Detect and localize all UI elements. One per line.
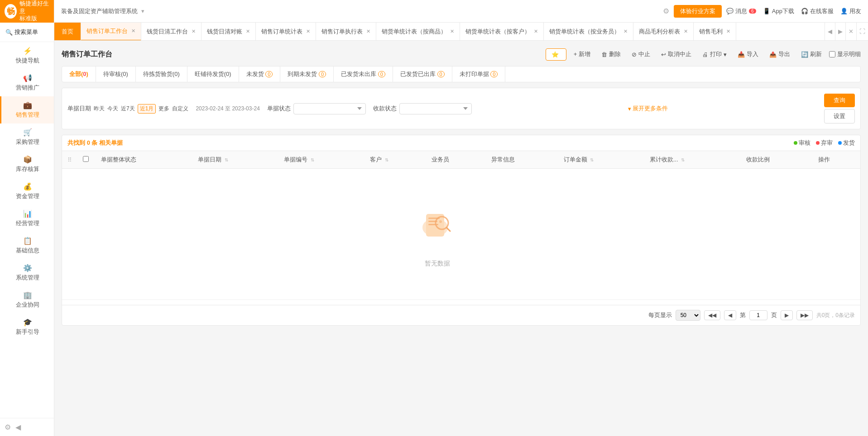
tab-close-sales-workbench[interactable]: ✕ <box>131 28 135 34</box>
th-amount[interactable]: 订单金额 ⇅ <box>558 151 644 169</box>
tab-sales-workbench[interactable]: 销售订单工作台 ✕ <box>81 23 141 41</box>
sidebar-nav-item-system[interactable]: ⚙️ 系统管理 <box>0 259 54 286</box>
cancel-review-action-button[interactable]: 弃审 <box>816 139 833 147</box>
prev-page-button[interactable]: ◀ <box>724 310 736 320</box>
solution-button[interactable]: 体验行业方案 <box>674 5 722 18</box>
per-page-select[interactable]: 50 20 100 <box>676 310 700 321</box>
tab-cash-reconcile[interactable]: 钱货日清对账 ✕ <box>201 23 256 41</box>
select-all-checkbox[interactable] <box>83 156 89 162</box>
filter-tab-not-shipped[interactable]: 未发货 0 <box>239 66 281 82</box>
sidebar-nav-item-sales[interactable]: 💼 销售管理 <box>0 96 54 123</box>
shortcut-custom[interactable]: 自定义 <box>172 105 188 113</box>
table-header-row: ⠿ 单据整体状态 单据日期 ⇅ 单据编号 <box>62 151 860 169</box>
export-button[interactable]: 📤 导出 <box>766 48 794 61</box>
review-dot <box>794 141 797 145</box>
tab-close-sales-profit[interactable]: ✕ <box>726 28 730 34</box>
setting-button[interactable]: 设置 <box>824 109 855 123</box>
refresh-button[interactable]: 🔄 刷新 <box>797 48 825 61</box>
sidebar-collapse-button[interactable]: ◀ <box>15 423 21 431</box>
search-menu-button[interactable]: 🔍 搜索菜单 <box>4 26 50 38</box>
table-actions: 审核 弃审 发货 <box>794 139 855 147</box>
filter-tab-wangpu-pending[interactable]: 旺铺待发货(0) <box>187 66 239 82</box>
print-button[interactable]: 🖨 打印 ▾ <box>699 48 730 61</box>
page-input[interactable] <box>749 310 767 320</box>
display-dense-label[interactable]: 显示明细 <box>829 50 861 58</box>
tab-close-gross-margin[interactable]: ✕ <box>684 28 688 34</box>
tab-sales-profit[interactable]: 销售毛利 ✕ <box>694 23 736 41</box>
sidebar-nav-item-operations[interactable]: 📊 经营管理 <box>0 205 54 232</box>
online-service-button[interactable]: 🎧 在线客服 <box>801 7 834 15</box>
tab-home[interactable]: 首页 <box>54 23 81 41</box>
message-button[interactable]: 💬 消息 6 <box>726 7 756 15</box>
tabbar-close-all[interactable]: ✕ <box>845 23 856 41</box>
tab-close-sales-by-staff[interactable]: ✕ <box>623 28 628 34</box>
last-page-button[interactable]: ▶▶ <box>796 310 813 320</box>
smart-generate-button[interactable]: ⭐ <box>546 48 566 61</box>
query-button[interactable]: 查询 <box>824 94 855 107</box>
sidebar-nav-item-purchase[interactable]: 🛒 采购管理 <box>0 123 54 151</box>
user-button[interactable]: 👤 用友 <box>840 7 861 15</box>
th-number[interactable]: 单据编号 ⇅ <box>278 151 364 169</box>
add-button[interactable]: + 新增 <box>570 48 594 61</box>
shortcut-7days[interactable]: 近7天 <box>121 105 135 113</box>
th-staff[interactable]: 业务员 <box>426 151 486 169</box>
sidebar-nav-item-enterprise[interactable]: 🏢 企业协同 <box>0 286 54 313</box>
shortcut-yesterday[interactable]: 昨天 <box>94 105 105 113</box>
th-customer[interactable]: 客户 ⇅ <box>364 151 426 169</box>
tab-sales-exec[interactable]: 销售订单执行表 ✕ <box>316 23 376 41</box>
th-collected[interactable]: 累计收款... ⇅ <box>644 151 741 169</box>
th-date[interactable]: 单据日期 ⇅ <box>192 151 278 169</box>
cancel-stop-button[interactable]: ↩ 取消中止 <box>657 48 695 61</box>
import-button[interactable]: 📥 导入 <box>734 48 762 61</box>
filter-tab-shipped-not-in[interactable]: 已发货未出库 0 <box>334 66 393 82</box>
tab-close-sales-stats[interactable]: ✕ <box>306 28 310 34</box>
tab-sales-stats[interactable]: 销售订单统计表 ✕ <box>256 23 316 41</box>
tab-gross-margin[interactable]: 商品毛利分析表 ✕ <box>633 23 694 41</box>
shortcut-more[interactable]: 更多 <box>158 105 169 113</box>
th-checkbox[interactable] <box>77 151 96 169</box>
filter-tab-shipped-in[interactable]: 已发货已出库 0 <box>393 66 452 82</box>
date-shortcuts: 昨天 今天 近7天 近1月 更多 自定义 <box>94 104 188 114</box>
app-download-button[interactable]: 📱 App下载 <box>763 7 794 15</box>
tabbar-left-arrow[interactable]: ◀ <box>825 23 835 41</box>
sidebar-nav-item-quicknav[interactable]: ⚡ 快捷导航 <box>0 42 54 69</box>
tabbar-right-arrow[interactable]: ▶ <box>835 23 845 41</box>
tab-close-sales-by-product[interactable]: ✕ <box>450 28 454 34</box>
enterprise-icon: 🏢 <box>23 291 32 299</box>
sidebar-nav-item-inventory[interactable]: 📦 库存核算 <box>0 151 54 178</box>
tab-sales-by-staff[interactable]: 销货单统计表（按业务员） ✕ <box>544 23 633 41</box>
delete-button[interactable]: 🗑 删除 <box>598 48 624 61</box>
first-page-button[interactable]: ◀◀ <box>704 310 720 320</box>
tabbar-fullscreen[interactable]: ⛶ <box>856 23 868 41</box>
tab-cash-daily[interactable]: 钱货日清工作台 ✕ <box>141 23 201 41</box>
filter-tab-pending-inspect[interactable]: 待拣货验货(0) <box>136 66 187 82</box>
stop-button[interactable]: ⊘ 中止 <box>628 48 654 61</box>
review-action-button[interactable]: 审核 <box>794 139 810 147</box>
filter-tab-pending-review[interactable]: 待审核(0) <box>96 66 136 82</box>
display-dense-checkbox[interactable] <box>829 51 835 57</box>
shortcut-today[interactable]: 今天 <box>107 105 118 113</box>
next-page-button[interactable]: ▶ <box>781 310 793 320</box>
payment-select[interactable] <box>399 103 472 114</box>
sidebar-settings-button[interactable]: ⚙ <box>5 423 11 431</box>
tab-sales-by-customer[interactable]: 销货单统计表（按客户） ✕ <box>460 23 544 41</box>
tab-sales-by-product[interactable]: 销货单统计表（按商品） ✕ <box>376 23 460 41</box>
shortcut-1month[interactable]: 近1月 <box>138 104 156 114</box>
sidebar-nav-item-finance[interactable]: 💰 资金管理 <box>0 178 54 205</box>
filter-tab-overdue-not-shipped[interactable]: 到期未发货 0 <box>280 66 334 82</box>
sidebar-nav-item-newbie[interactable]: 🎓 新手引导 <box>0 313 54 341</box>
sidebar-nav-item-marketing[interactable]: 📢 营销推广 <box>0 69 54 96</box>
filter-tab-all[interactable]: 全部(0) <box>62 66 96 82</box>
tab-close-cash-daily[interactable]: ✕ <box>192 28 196 34</box>
expand-conditions-button[interactable]: ▾ 展开更多条件 <box>628 104 668 113</box>
tab-close-cash-reconcile[interactable]: ✕ <box>246 28 250 34</box>
ship-dot <box>838 141 842 145</box>
filter-tab-not-printed[interactable]: 未打印单据 0 <box>452 66 506 82</box>
ship-action-button[interactable]: 发货 <box>838 139 855 147</box>
topbar-settings-icon[interactable]: ⚙ <box>663 7 669 15</box>
tab-close-sales-by-customer[interactable]: ✕ <box>534 28 538 34</box>
horizontal-scrollbar[interactable] <box>62 299 860 305</box>
sidebar-nav-item-basic[interactable]: 📋 基础信息 <box>0 232 54 259</box>
tab-close-sales-exec[interactable]: ✕ <box>366 28 370 34</box>
status-select[interactable] <box>293 103 366 114</box>
